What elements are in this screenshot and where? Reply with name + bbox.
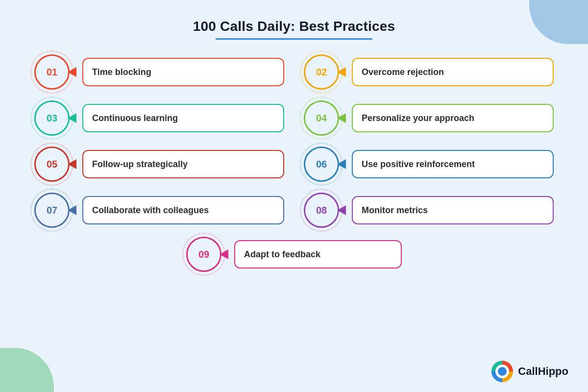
practices-grid: 01 Time blocking 02 Overcome rejection 0… [0, 54, 588, 228]
badge-07: 07 [34, 193, 70, 228]
badge-06: 06 [304, 147, 339, 182]
label-box-04: Personalize your approach [352, 104, 554, 132]
label-box-01: Time blocking [82, 58, 284, 86]
practice-item-09: 09 Adapt to feedback [186, 237, 402, 272]
practice-item-02: 02 Overcome rejection [304, 54, 554, 90]
label-box-05: Follow-up strategically [82, 150, 284, 178]
label-box-09: Adapt to feedback [234, 240, 402, 269]
badge-02: 02 [304, 54, 339, 90]
decorative-blob-top-right [529, 0, 588, 44]
label-box-06: Use positive reinforcement [352, 150, 554, 178]
label-box-03: Continuous learning [82, 104, 284, 132]
badge-04: 04 [304, 100, 339, 136]
label-box-07: Collaborate with colleagues [82, 196, 284, 224]
label-box-02: Overcome rejection [352, 58, 554, 86]
logo-inner-circle [498, 367, 507, 376]
badge-09: 09 [186, 237, 221, 272]
bottom-row: 09 Adapt to feedback [0, 237, 588, 272]
badge-05: 05 [34, 147, 70, 182]
practice-item-07: 07 Collaborate with colleagues [34, 193, 284, 228]
page-title: 100 Calls Daily: Best Practices [0, 0, 588, 34]
title-underline [216, 38, 372, 40]
badge-08: 08 [304, 193, 339, 228]
callhippo-logo [491, 361, 513, 382]
practice-item-03: 03 Continuous learning [34, 100, 284, 136]
badge-01: 01 [34, 54, 70, 90]
practice-item-01: 01 Time blocking [34, 54, 284, 90]
label-box-08: Monitor metrics [352, 196, 554, 224]
practice-item-06: 06 Use positive reinforcement [304, 147, 554, 182]
branding: CallHippo [491, 361, 568, 382]
practice-item-05: 05 Follow-up strategically [34, 147, 284, 182]
badge-03: 03 [34, 100, 70, 136]
practice-item-04: 04 Personalize your approach [304, 100, 554, 136]
brand-name: CallHippo [518, 365, 568, 378]
practice-item-08: 08 Monitor metrics [304, 193, 554, 228]
decorative-blob-bottom-left [0, 348, 54, 392]
